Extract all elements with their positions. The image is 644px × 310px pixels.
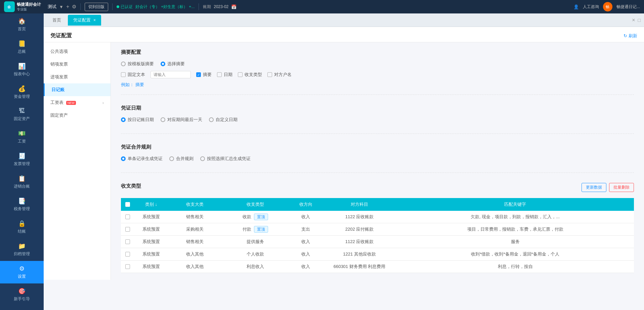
table-row: 系统预置 销售相关 收款 置顶 收入 1122 应收账款 欠款, 现金，项目款，…	[121, 211, 634, 223]
refresh-btn[interactable]: ↻ 刷新	[624, 33, 637, 39]
settings-icon[interactable]: ⚙	[72, 4, 76, 10]
row-category-3: 系统预置	[134, 236, 168, 248]
page-content: 凭证配置 ↻ 刷新 公共选项 销项发票	[44, 27, 644, 310]
radio-circle-single	[121, 156, 126, 161]
radio-select[interactable]: 选择摘要	[161, 61, 185, 67]
newbie-icon: 🎯	[18, 287, 26, 295]
avatar: 畅	[603, 2, 612, 11]
row-type-3: 提供服务	[222, 236, 289, 248]
radio-custom-date[interactable]: 自定义日期	[209, 117, 238, 123]
row-type-4: 个人收款	[222, 248, 289, 261]
tab-home[interactable]: 首页	[47, 15, 67, 26]
page-header: 凭证配置 ↻ 刷新	[44, 27, 644, 42]
config-sidebar-public[interactable]: 公共选项	[44, 45, 111, 58]
window-controls: × □	[632, 17, 641, 23]
voucher-date-section: 凭证日期 按日记账日期 对应期间最后一天	[121, 105, 634, 134]
row-direction-4: 收入	[289, 248, 323, 261]
radio-circle-journal-date	[121, 117, 126, 122]
toptag-1[interactable]: 置顶	[254, 214, 268, 220]
radio-template[interactable]: 按模板版摘要	[121, 61, 154, 67]
fixed-text-input[interactable]	[151, 71, 191, 78]
checkbox-type[interactable]: 收支类型	[238, 72, 262, 78]
sidebar-label-purchase: 进销台账	[14, 184, 30, 189]
sidebar-item-newbie[interactable]: 🎯 新手引导	[0, 283, 44, 306]
table-row: 系统预置 收入其他 个人收款 收入 1221 其他应收款 收到*借款，收到*备用…	[121, 248, 634, 261]
row-bigtype-1: 销售相关	[168, 211, 222, 223]
app-brand: 畅捷通好会计	[17, 2, 41, 7]
tab-close-btn[interactable]: ×	[93, 18, 96, 23]
radio-period-last[interactable]: 对应期间最后一天	[161, 117, 202, 123]
batch-delete-btn[interactable]: 批量删除	[609, 183, 634, 192]
user-name: 畅捷通日记...	[616, 4, 640, 10]
row-account-2: 2202 应付账款	[323, 223, 396, 236]
income-expense-section: 收支类型 更新数据 批量删除	[121, 183, 634, 273]
merge-rules-section: 凭证合并规则 单条记录生成凭证 合并规则	[121, 144, 634, 173]
sidebar-item-assets[interactable]: 🏗 固定资产	[0, 104, 44, 126]
radio-single-record[interactable]: 单条记录生成凭证	[121, 156, 163, 162]
income-expense-title: 收支类型	[121, 183, 141, 189]
select-all-checkbox[interactable]	[125, 202, 130, 207]
config-sidebar-journal[interactable]: 日记账	[44, 83, 111, 96]
sidebar-item-member[interactable]: 👑 畅会员	[0, 306, 44, 310]
radio-journal-date[interactable]: 按日记账日期	[121, 117, 154, 123]
row-type-1: 收款 置顶	[222, 211, 289, 223]
checkbox-date[interactable]: 日期	[217, 72, 232, 78]
row-direction-5: 收入	[289, 261, 323, 273]
config-sidebar-sales-invoice[interactable]: 销项发票	[44, 58, 111, 71]
row-check-5[interactable]	[121, 261, 134, 273]
sidebar-item-reports[interactable]: 📊 报表中心	[0, 59, 44, 81]
sidebar-label-salary: 工资	[18, 139, 26, 144]
config-sidebar-fixed-assets[interactable]: 固定资产	[44, 109, 111, 122]
checkbox-summary[interactable]: ✓ 摘要	[196, 72, 212, 78]
tab-config[interactable]: 凭证配置 ×	[68, 15, 101, 26]
config-sidebar: 公共选项 销项发票 进项发票 日记账 工资表 NEW	[44, 42, 111, 280]
config-sidebar-payroll[interactable]: 工资表 NEW ›	[44, 96, 111, 109]
sidebar-item-purchase[interactable]: 📋 进销台账	[0, 171, 44, 193]
period-label: 账期	[203, 4, 211, 10]
row-check-3[interactable]	[121, 236, 134, 248]
sidebar-item-ledger[interactable]: 📒 总账	[0, 36, 44, 59]
window-close-btn[interactable]: ×	[632, 17, 635, 23]
sidebar-label-reports: 报表中心	[14, 71, 30, 77]
sidebar-item-close[interactable]: 🔒 结账	[0, 216, 44, 238]
sidebar-item-funds[interactable]: 💰 资金管理	[0, 81, 44, 104]
table-action-row: 更新数据 批量删除	[582, 183, 634, 192]
checkbox-fixed-text[interactable]: 固定文本	[121, 72, 145, 78]
toptag-2[interactable]: 置顶	[254, 226, 268, 233]
example-text: 例如： 摘要	[121, 82, 634, 88]
radio-select-summary[interactable]: 按照选择汇总生成凭证	[200, 156, 251, 162]
tab-home-label: 首页	[52, 17, 61, 23]
checkbox-box-counterpart	[267, 72, 272, 77]
row-account-3: 1122 应收账款	[323, 236, 396, 248]
sidebar-item-settings[interactable]: ⚙ 设置	[0, 261, 44, 283]
row-check-2[interactable]	[121, 223, 134, 236]
row-check-1[interactable]	[121, 211, 134, 223]
row-check-4[interactable]	[121, 248, 134, 261]
income-expense-table: 类别 ↓ 收支大类 收支类型 收方向 对方科目 匹配关键字	[121, 198, 634, 273]
sidebar-item-home[interactable]: 🏠 首页	[0, 13, 44, 36]
checkbox-counterpart[interactable]: 对方户名	[267, 72, 292, 78]
new-badge: NEW	[66, 101, 76, 105]
row-bigtype-5: 收入其他	[168, 261, 222, 273]
calendar-icon[interactable]: 📅	[231, 4, 237, 9]
th-checkbox[interactable]	[121, 198, 134, 211]
company-name: 测试	[48, 4, 56, 10]
radio-circle-merge	[169, 156, 174, 161]
merge-rules-title: 凭证合并规则	[121, 144, 634, 150]
sidebar-item-salary[interactable]: 💵 工资	[0, 126, 44, 148]
update-data-btn[interactable]: 更新数据	[582, 183, 606, 192]
radio-merge-rules[interactable]: 合并规则	[169, 156, 194, 162]
add-icon[interactable]: +	[66, 4, 69, 10]
row-category-1: 系统预置	[134, 211, 168, 223]
th-account: 对方科目	[323, 198, 396, 211]
dropdown-icon[interactable]: ▼	[59, 4, 63, 9]
sidebar-item-tax[interactable]: 📑 税务管理	[0, 193, 44, 216]
config-sidebar-purchase-invoice[interactable]: 进项发票	[44, 71, 111, 83]
sidebar-item-invoice[interactable]: 🧾 发票管理	[0, 148, 44, 171]
sidebar-item-archive[interactable]: 📁 归档管理	[0, 238, 44, 261]
window-max-btn[interactable]: □	[638, 17, 641, 23]
assets-icon: 🏗	[19, 108, 25, 115]
switch-old-btn[interactable]: 切到旧版	[85, 3, 108, 11]
service-btn[interactable]: 人工咨询	[583, 4, 599, 10]
cert-status: 已认证	[117, 4, 133, 10]
